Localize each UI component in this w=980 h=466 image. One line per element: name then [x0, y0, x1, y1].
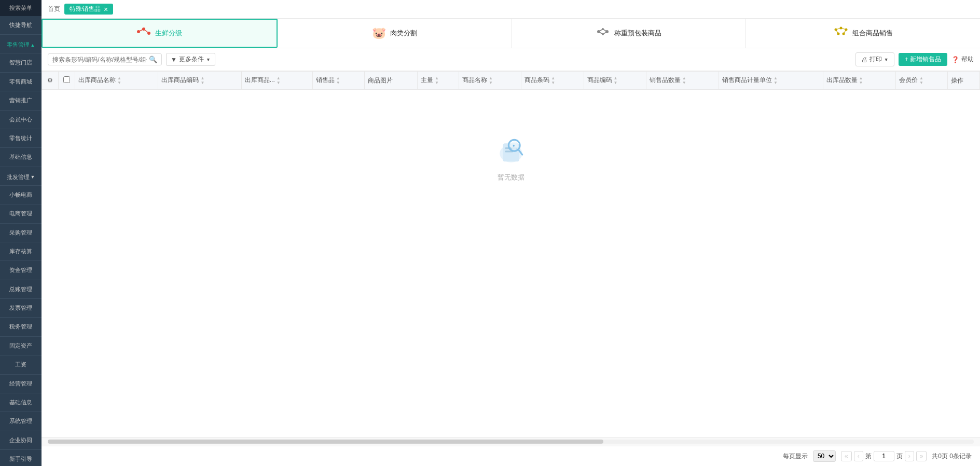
search-input[interactable]: [52, 56, 147, 63]
sidebar-item-gl-mgmt[interactable]: 总账管理: [0, 280, 42, 299]
new-sale-button[interactable]: + 新增销售品: [899, 53, 947, 66]
svg-text:✦: ✦: [512, 144, 515, 148]
page-suffix: 页: [896, 452, 903, 461]
sidebar-item-inventory[interactable]: 库存核算: [0, 242, 42, 261]
help-button[interactable]: ❓ 帮助: [951, 55, 974, 64]
cat-tab-fresh-grade-label: 生鲜分级: [155, 29, 182, 38]
sidebar-item-tax-mgmt[interactable]: 税务管理: [0, 318, 42, 336]
current-tab[interactable]: 特殊销售品 ×: [64, 4, 113, 15]
col-out-name[interactable]: 出库商品名称▲▼: [75, 72, 158, 90]
empty-state-row: ✦ 暂无数据: [42, 90, 980, 224]
sidebar-item-label: 采购管理: [9, 229, 32, 236]
sidebar-item-label: 库存核算: [9, 248, 32, 254]
next-page-button[interactable]: ›: [905, 451, 914, 461]
search-icon: 🔍: [149, 56, 157, 63]
help-label: 帮助: [961, 55, 974, 64]
chevron-down-icon: ▼: [31, 174, 35, 180]
breadcrumb-home[interactable]: 首页: [48, 5, 60, 13]
sidebar-item-fixed-assets[interactable]: 固定资产: [0, 337, 42, 355]
sidebar-item-label: 总账管理: [9, 286, 32, 292]
sidebar-logo[interactable]: 搜索菜单: [0, 0, 42, 16]
cat-tab-weight-pkg[interactable]: 称重预包装商品: [512, 19, 747, 48]
col-actions: 操作: [948, 72, 980, 90]
sidebar-item-retail-mall[interactable]: 零售商城: [0, 73, 42, 91]
col-product-code[interactable]: 商品编码▲▼: [584, 72, 646, 90]
sidebar-item-wages[interactable]: 工资: [0, 355, 42, 374]
cat-tab-meat-cut[interactable]: 🐷 肉类分割: [278, 19, 512, 48]
col-out-qty[interactable]: 出库品数量▲▼: [823, 72, 895, 90]
top-bar: 首页 特殊销售品 ×: [42, 0, 980, 19]
sidebar-item-ecom-mgmt[interactable]: 电商管理: [0, 204, 42, 223]
col-product-barcode[interactable]: 商品条码▲▼: [521, 72, 584, 90]
cat-tab-combo-sale[interactable]: 组合商品销售: [746, 19, 980, 48]
sidebar-item-smart-store[interactable]: 智慧门店: [0, 53, 42, 72]
fresh-grade-icon: [136, 26, 151, 40]
col-checkbox[interactable]: [59, 72, 75, 90]
cat-tab-fresh-grade[interactable]: 生鲜分级: [42, 19, 278, 48]
empty-state-icon: ✦: [490, 131, 532, 168]
col-sale-unit[interactable]: 销售商品计量单位▲▼: [719, 72, 823, 90]
sidebar-item-new-guide[interactable]: 新手引导: [0, 450, 42, 466]
print-label: 打印: [869, 55, 882, 64]
select-all-checkbox[interactable]: [63, 76, 70, 83]
sidebar-item-sys-mgmt[interactable]: 系统管理: [0, 412, 42, 431]
sidebar-item-member-center[interactable]: 会员中心: [0, 111, 42, 129]
sidebar-item-label: 会员中心: [9, 116, 32, 122]
col-sale-item[interactable]: 销售品▲▼: [312, 72, 364, 90]
sidebar-item-label: 发票管理: [9, 305, 32, 311]
col-product-name[interactable]: 商品名称▲▼: [459, 72, 521, 90]
svg-line-21: [844, 30, 846, 34]
print-button[interactable]: 🖨 打印 ▼: [855, 52, 894, 66]
sidebar-item-wholesale-mgmt[interactable]: 批发管理 ▼: [0, 167, 42, 186]
sidebar-item-quick-nav[interactable]: 快捷导航: [0, 16, 42, 35]
col-out-code[interactable]: 出库商品编码▲▼: [158, 72, 241, 90]
sidebar-item-label: 快捷导航: [9, 22, 32, 28]
help-icon: ❓: [951, 56, 959, 63]
col-member-price[interactable]: 会员价▲▼: [895, 72, 947, 90]
sidebar-item-invoice-mgmt[interactable]: 发票管理: [0, 299, 42, 318]
per-page-select[interactable]: 50: [813, 450, 836, 462]
filter-button[interactable]: ▼ 更多条件 ▼: [166, 53, 215, 66]
search-box[interactable]: 🔍: [48, 53, 162, 65]
per-page-label: 每页显示: [783, 452, 808, 461]
prev-page-button[interactable]: ‹: [854, 451, 863, 461]
sidebar-item-sales-promo[interactable]: 营销推广: [0, 91, 42, 110]
sidebar-item-label: 零售统计: [9, 135, 32, 141]
new-sale-label: + 新增销售品: [905, 55, 941, 64]
page-input[interactable]: [874, 451, 894, 461]
sidebar-item-label: 企业协同: [9, 437, 32, 443]
filter-icon: ▼: [171, 56, 177, 63]
sidebar-item-label: 零售商城: [9, 78, 32, 85]
sidebar-item-funds-mgmt[interactable]: 资金管理: [0, 261, 42, 280]
sidebar-item-label: 经营管理: [9, 380, 32, 387]
sidebar-item-label: 税务管理: [9, 323, 32, 330]
tab-close-icon[interactable]: ×: [104, 6, 108, 13]
sidebar-item-label: 零售管理: [7, 41, 30, 49]
first-page-button[interactable]: «: [841, 451, 852, 461]
page-label: 第: [865, 452, 872, 461]
sidebar-item-retail-stats[interactable]: 零售统计: [0, 129, 42, 148]
chevron-down-icon: ▼: [206, 57, 211, 62]
sidebar-item-basic-info2[interactable]: 基础信息: [0, 393, 42, 412]
main-content: 首页 特殊销售品 × 生鲜分级 🐷 肉类分割: [42, 0, 980, 466]
last-page-button[interactable]: »: [916, 451, 927, 461]
sidebar-item-label: 营销推广: [9, 97, 32, 103]
sidebar-item-retail-mgmt[interactable]: 零售管理 ▲: [0, 35, 42, 53]
col-out-spec[interactable]: 出库商品...▲▼: [241, 72, 312, 90]
svg-line-4: [144, 29, 149, 33]
sidebar-item-label: 小畅电商: [9, 191, 32, 198]
scrollbar-thumb[interactable]: [48, 440, 603, 444]
col-main-unit[interactable]: 主量▲▼: [417, 72, 459, 90]
sidebar-item-basic-info[interactable]: 基础信息: [0, 148, 42, 167]
sidebar-item-label: 基础信息: [9, 154, 32, 160]
sidebar-item-ops-mgmt[interactable]: 经营管理: [0, 375, 42, 393]
sidebar: 搜索菜单 快捷导航 零售管理 ▲ 智慧门店 零售商城 营销推广 会员中心 零售统…: [0, 0, 42, 466]
sidebar-item-mini-ecom[interactable]: 小畅电商: [0, 186, 42, 204]
sidebar-item-purchase-mgmt[interactable]: 采购管理: [0, 224, 42, 242]
sidebar-item-corp-agreement[interactable]: 企业协同: [0, 431, 42, 450]
col-settings[interactable]: ⚙: [42, 72, 59, 90]
tab-label: 特殊销售品: [70, 5, 101, 13]
category-tabs: 生鲜分级 🐷 肉类分割 称重预包装商品: [42, 19, 980, 48]
col-sale-qty[interactable]: 销售品数量▲▼: [646, 72, 719, 90]
horizontal-scrollbar[interactable]: [42, 437, 980, 446]
